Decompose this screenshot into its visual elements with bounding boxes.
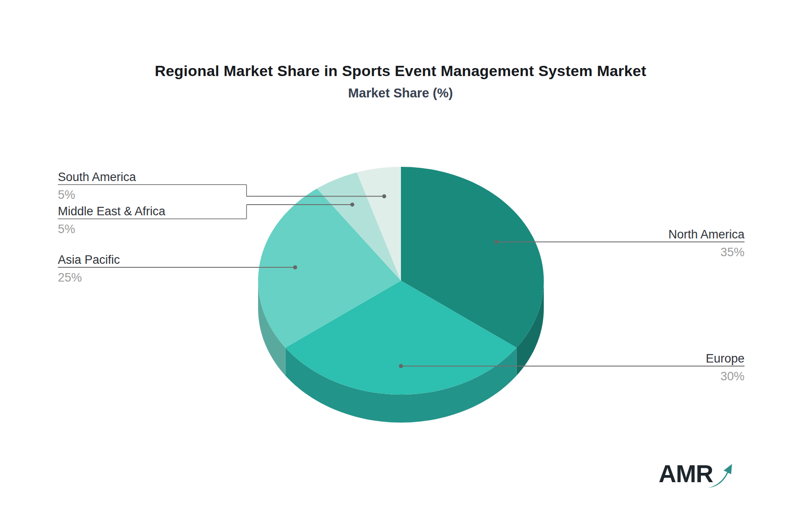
leader-dot-asia-pacific: [293, 265, 297, 269]
leader-dot-europe: [399, 364, 403, 368]
amr-logo: AMR: [659, 461, 748, 489]
leader-dot-north-america: [494, 240, 498, 244]
leader-dot-south-america: [382, 194, 386, 198]
pie-chart-canvas: [0, 0, 801, 532]
leader-dot-middle-east-and-africa: [350, 202, 354, 206]
amr-logo-arrow-icon: [707, 463, 732, 489]
amr-logo-text: AMR: [659, 460, 713, 488]
